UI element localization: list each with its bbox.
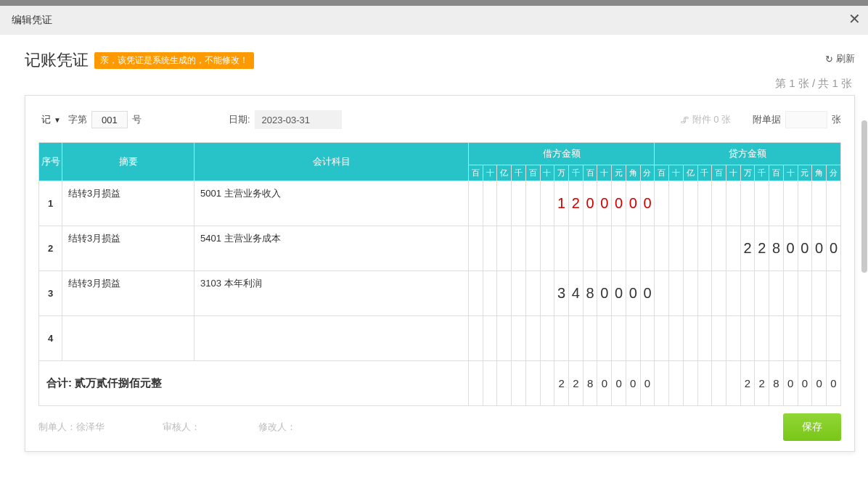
digit-cell[interactable]: 2	[740, 361, 755, 406]
digit-cell[interactable]: 0	[597, 181, 612, 226]
digit-cell[interactable]	[512, 361, 526, 406]
digit-cell[interactable]	[626, 316, 640, 361]
digit-cell[interactable]	[497, 271, 512, 316]
digit-cell[interactable]	[512, 271, 526, 316]
digit-cell[interactable]	[554, 226, 569, 271]
digit-cell[interactable]	[640, 316, 655, 361]
digit-cell[interactable]	[469, 271, 483, 316]
digit-cell[interactable]	[669, 316, 684, 361]
digit-cell[interactable]	[783, 316, 798, 361]
digit-cell[interactable]: 0	[597, 361, 612, 406]
digit-cell[interactable]	[525, 181, 540, 226]
digit-cell[interactable]	[683, 361, 697, 406]
row-account[interactable]: 3103 本年利润	[195, 271, 469, 316]
digit-cell[interactable]	[755, 316, 769, 361]
digit-cell[interactable]: 2	[569, 181, 584, 226]
digit-cell[interactable]	[497, 316, 512, 361]
digit-cell[interactable]	[669, 226, 684, 271]
digit-cell[interactable]: 4	[569, 271, 584, 316]
digit-cell[interactable]	[783, 271, 798, 316]
digit-cell[interactable]	[525, 316, 540, 361]
digit-cell[interactable]: 0	[783, 361, 798, 406]
row-summary[interactable]: 结转3月损益	[62, 271, 195, 316]
digit-cell[interactable]	[640, 226, 655, 271]
digit-cell[interactable]	[697, 271, 712, 316]
digit-cell[interactable]	[826, 271, 840, 316]
digit-cell[interactable]	[497, 226, 512, 271]
digit-cell[interactable]: 0	[812, 361, 827, 406]
digit-cell[interactable]	[697, 361, 712, 406]
digit-cell[interactable]	[697, 316, 712, 361]
digit-cell[interactable]	[525, 271, 540, 316]
digit-cell[interactable]	[525, 226, 540, 271]
digit-cell[interactable]	[583, 316, 597, 361]
digit-cell[interactable]	[740, 271, 755, 316]
digit-cell[interactable]: 0	[626, 271, 640, 316]
digit-cell[interactable]	[669, 181, 684, 226]
digit-cell[interactable]	[683, 226, 697, 271]
digit-cell[interactable]: 0	[597, 271, 612, 316]
digit-cell[interactable]	[469, 316, 483, 361]
digit-cell[interactable]	[683, 181, 697, 226]
digit-cell[interactable]: 8	[583, 361, 597, 406]
digit-cell[interactable]	[540, 181, 554, 226]
digit-cell[interactable]	[755, 271, 769, 316]
digit-cell[interactable]	[697, 181, 712, 226]
digit-cell[interactable]	[712, 181, 726, 226]
digit-cell[interactable]	[626, 226, 640, 271]
digit-cell[interactable]: 0	[826, 361, 840, 406]
digit-cell[interactable]	[569, 316, 584, 361]
digit-cell[interactable]	[683, 316, 697, 361]
digit-cell[interactable]	[812, 316, 827, 361]
digit-cell[interactable]: 0	[626, 181, 640, 226]
digit-cell[interactable]	[512, 181, 526, 226]
digit-cell[interactable]	[540, 361, 554, 406]
digit-cell[interactable]: 0	[798, 361, 812, 406]
digit-cell[interactable]	[525, 361, 540, 406]
digit-cell[interactable]: 2	[740, 226, 755, 271]
digit-cell[interactable]: 0	[812, 226, 827, 271]
digit-cell[interactable]	[655, 271, 669, 316]
digit-cell[interactable]: 1	[554, 181, 569, 226]
row-account[interactable]: 5001 主营业务收入	[195, 181, 469, 226]
digit-cell[interactable]	[683, 271, 697, 316]
close-icon[interactable]: ✕	[848, 10, 861, 28]
row-summary[interactable]	[62, 316, 195, 361]
digit-cell[interactable]	[540, 226, 554, 271]
digit-cell[interactable]	[769, 316, 784, 361]
digit-cell[interactable]	[783, 181, 798, 226]
digit-cell[interactable]	[826, 316, 840, 361]
digit-cell[interactable]	[540, 316, 554, 361]
row-account[interactable]: 5401 主营业务成本	[195, 226, 469, 271]
digit-cell[interactable]	[769, 181, 784, 226]
digit-cell[interactable]	[726, 271, 740, 316]
digit-cell[interactable]	[597, 226, 612, 271]
digit-cell[interactable]	[726, 316, 740, 361]
row-summary[interactable]: 结转3月损益	[62, 181, 195, 226]
digit-cell[interactable]	[540, 271, 554, 316]
digit-cell[interactable]	[726, 361, 740, 406]
digit-cell[interactable]: 2	[569, 361, 584, 406]
digit-cell[interactable]	[669, 271, 684, 316]
digit-cell[interactable]	[469, 361, 483, 406]
digit-cell[interactable]	[612, 226, 626, 271]
refresh-button[interactable]: ↻ 刷新	[825, 52, 855, 65]
digit-cell[interactable]: 8	[769, 226, 784, 271]
scrollbar-thumb[interactable]	[861, 120, 867, 273]
digit-cell[interactable]	[755, 181, 769, 226]
digit-cell[interactable]	[712, 361, 726, 406]
voucher-number-input[interactable]: 001	[91, 111, 128, 128]
digit-cell[interactable]: 0	[783, 226, 798, 271]
digit-cell[interactable]	[655, 226, 669, 271]
digit-cell[interactable]: 0	[612, 271, 626, 316]
voucher-type-dropdown[interactable]: 记 ▼	[38, 113, 64, 126]
digit-cell[interactable]	[697, 226, 712, 271]
digit-cell[interactable]	[655, 361, 669, 406]
digit-cell[interactable]	[669, 361, 684, 406]
digit-cell[interactable]: 0	[826, 226, 840, 271]
digit-cell[interactable]	[712, 226, 726, 271]
digit-cell[interactable]	[569, 226, 584, 271]
digit-cell[interactable]	[740, 316, 755, 361]
digit-cell[interactable]: 0	[640, 271, 655, 316]
digit-cell[interactable]	[712, 271, 726, 316]
